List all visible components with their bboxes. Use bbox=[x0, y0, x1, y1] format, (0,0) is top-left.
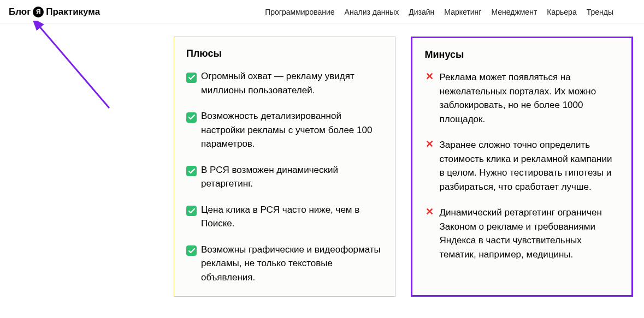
list-item: Возможность детализированной настройки р… bbox=[186, 109, 383, 151]
cross-icon: ✕ bbox=[424, 71, 435, 82]
nav-item-management[interactable]: Менеджмент bbox=[491, 8, 537, 16]
content: Плюсы Огромный охват — рекламу увидят ми… bbox=[0, 23, 644, 297]
pros-item-text: Огромный охват — рекламу увидят миллионы… bbox=[201, 69, 383, 97]
nav-item-trends[interactable]: Тренды bbox=[587, 8, 613, 16]
pros-item-text: Возможность детализированной настройки р… bbox=[201, 109, 383, 151]
list-item: ✕ Реклама может появляться на нежелатель… bbox=[424, 70, 619, 126]
header: Блог Я Практикума Программирование Анали… bbox=[0, 0, 644, 23]
list-item: Огромный охват — рекламу увидят миллионы… bbox=[186, 69, 383, 97]
list-item: ✕ Динамический ретаргетинг ограничен Зак… bbox=[424, 206, 619, 261]
list-item: В РСЯ возможен динамический ретаргетинг. bbox=[186, 163, 383, 191]
check-icon bbox=[186, 204, 197, 218]
pros-item-text: Цена клика в РСЯ часто ниже, чем в Поиск… bbox=[201, 203, 383, 231]
pros-card: Плюсы Огромный охват — рекламу увидят ми… bbox=[174, 37, 395, 297]
logo[interactable]: Блог Я Практикума bbox=[9, 7, 100, 17]
nav: Программирование Анализ данных Дизайн Ма… bbox=[265, 8, 613, 16]
cons-item-text: Реклама может появляться на нежелательны… bbox=[439, 70, 619, 126]
logo-text-1: Блог bbox=[9, 7, 31, 17]
list-item: Возможны графические и видеоформаты рекл… bbox=[186, 243, 383, 285]
pros-item-text: В РСЯ возможен динамический ретаргетинг. bbox=[201, 163, 383, 191]
check-icon bbox=[186, 164, 197, 178]
nav-item-design[interactable]: Дизайн bbox=[409, 8, 434, 16]
pros-item-text: Возможны графические и видеоформаты рекл… bbox=[201, 243, 383, 285]
nav-item-career[interactable]: Карьера bbox=[547, 8, 576, 16]
cons-title: Минусы bbox=[424, 49, 619, 61]
cross-icon: ✕ bbox=[424, 207, 435, 217]
cons-item-text: Заранее сложно точно определить стоимост… bbox=[439, 138, 619, 194]
list-item: ✕ Заранее сложно точно определить стоимо… bbox=[424, 138, 619, 194]
pros-title: Плюсы bbox=[186, 48, 383, 59]
list-item: Цена клика в РСЯ часто ниже, чем в Поиск… bbox=[186, 203, 383, 231]
cons-item-text: Динамический ретаргетинг ограничен Закон… bbox=[439, 206, 619, 261]
check-icon bbox=[186, 110, 197, 124]
nav-item-programming[interactable]: Программирование bbox=[265, 8, 334, 16]
cross-icon: ✕ bbox=[424, 139, 435, 149]
nav-item-marketing[interactable]: Маркетинг bbox=[444, 8, 481, 16]
check-icon bbox=[186, 244, 197, 258]
check-icon bbox=[186, 70, 197, 85]
logo-icon: Я bbox=[33, 7, 44, 17]
cons-card: Минусы ✕ Реклама может появляться на неж… bbox=[411, 37, 633, 297]
logo-text-2: Практикума bbox=[46, 7, 100, 17]
nav-item-data-analysis[interactable]: Анализ данных bbox=[345, 8, 399, 16]
